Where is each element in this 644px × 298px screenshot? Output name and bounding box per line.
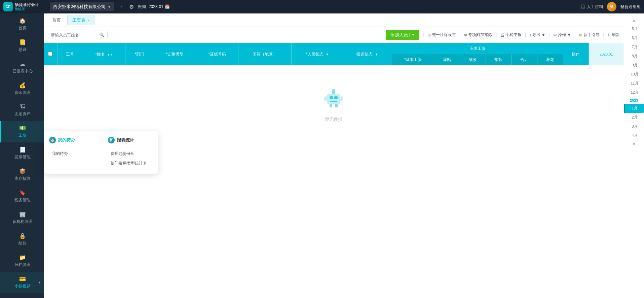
- personal-tax-button[interactable]: 🖨 个税申报: [500, 32, 522, 38]
- search-icon[interactable]: 🔍: [99, 32, 105, 37]
- ledger-icon: 📒: [19, 39, 26, 45]
- sidebar-item-fund[interactable]: 💰 资金管理: [0, 78, 44, 100]
- sidebar-item-tax[interactable]: 🔖 税务管理: [0, 186, 44, 207]
- sep6: |: [574, 32, 575, 37]
- operation-icon: ⚙: [553, 33, 557, 37]
- popup-col-report-header: 📊 报表统计: [108, 137, 153, 145]
- sidebar-item-salary[interactable]: 💵 工资: [0, 121, 44, 142]
- month-item-7[interactable]: 7月: [624, 42, 644, 52]
- month-item-5[interactable]: 5月: [624, 24, 644, 33]
- th-name: *姓名 ▲▼: [83, 43, 125, 65]
- customer-service-button[interactable]: 🎧 人工咨询: [580, 4, 603, 10]
- month-item-8[interactable]: 8月: [624, 52, 644, 61]
- popup-menu: ⏰ 我的待办 我的待办 📊 报表统计 费用趋势分析 部门费用类型统计表: [44, 131, 158, 174]
- add-company-button[interactable]: ＋: [117, 2, 125, 12]
- fund-icon: 💰: [19, 82, 26, 89]
- calendar-icon[interactable]: 📅: [165, 4, 170, 9]
- operation-button[interactable]: ⚙ 操作 ▼: [553, 32, 571, 38]
- month-item-6[interactable]: 6月: [624, 33, 644, 42]
- th-wage-group: 应发工资: [392, 43, 563, 54]
- sidebar-item-inventory[interactable]: 📦 库存核算: [0, 164, 44, 186]
- sep1: |: [423, 32, 424, 37]
- sidebar-item-ledger[interactable]: 📒 总账: [0, 35, 44, 57]
- month-item-9[interactable]: 9月: [624, 61, 644, 70]
- social-insurance-button[interactable]: ⊕ 统一社保设置: [427, 32, 456, 38]
- month-item-2[interactable]: 2月: [624, 113, 644, 122]
- logo-icon: CE: [3, 2, 13, 11]
- svg-rect-3: [330, 101, 337, 102]
- empty-robot-icon: [320, 86, 347, 112]
- report-filter-icon[interactable]: ▼: [375, 53, 378, 56]
- sidebar-item-invoice[interactable]: 🧾 发票管理: [0, 142, 44, 164]
- empty-text: 暂无数据: [325, 117, 342, 123]
- sep4: |: [525, 32, 526, 37]
- sidebar-item-basic-settings[interactable]: ⚙ 基础设置: [0, 293, 44, 298]
- sidebar-item-fixed-assets[interactable]: 🏗 固定资产: [0, 100, 44, 121]
- xiaochang-icon: 💳: [19, 276, 26, 282]
- user-name: 畅捷通组组: [620, 4, 641, 10]
- sidebar-item-xiaochang[interactable]: 💳 小畅报销: [0, 272, 44, 293]
- invoice-icon: 🧾: [19, 146, 26, 153]
- sidebar-item-multi-org[interactable]: 🏢 多机构管理: [0, 207, 44, 229]
- company-selector[interactable]: 西安虾米网络科技有限公司 ▼: [50, 2, 114, 11]
- tab-close-button[interactable]: ×: [87, 18, 89, 22]
- th-allowance: 津贴: [434, 54, 460, 65]
- settings-button[interactable]: ⚙: [128, 2, 135, 11]
- month-item-11[interactable]: 11月: [624, 79, 644, 88]
- name-sort-icon[interactable]: ▲▼: [107, 53, 113, 56]
- todo-col-icon: ⏰: [49, 137, 56, 143]
- refresh-button[interactable]: ↻ 刷新: [607, 32, 620, 38]
- special-deduction-button[interactable]: ⊕ 专项附加扣除: [464, 32, 492, 38]
- sidebar-label-inventory: 库存核算: [14, 176, 31, 181]
- popup-item-dept-expense[interactable]: 部门费用类型统计表: [108, 159, 153, 168]
- toolbar-new-guide-button[interactable]: ⊕ 新手引导: [579, 32, 600, 38]
- close-account-icon: 🔒: [19, 233, 26, 239]
- app-sub: 旗舰版: [15, 7, 39, 11]
- month-item-1[interactable]: 1月: [624, 104, 644, 113]
- headset-icon: 🎧: [580, 4, 585, 9]
- tax-icon: 🔖: [19, 190, 26, 196]
- add-employee-button[interactable]: 添加人员 ▼: [386, 30, 420, 40]
- search-input[interactable]: [51, 33, 98, 37]
- month-item-4[interactable]: 4月: [624, 131, 644, 140]
- year-2023-label: 2023: [629, 97, 639, 104]
- status-filter-icon[interactable]: ▼: [326, 53, 329, 56]
- add-dropdown-arrow[interactable]: ▼: [409, 33, 415, 37]
- archive-icon: 📁: [19, 254, 26, 261]
- month-item-12[interactable]: 12月: [624, 88, 644, 97]
- export-arrow-icon: ▼: [541, 33, 545, 37]
- sidebar-item-close-account[interactable]: 🔒 结账: [0, 229, 44, 250]
- toolbar-guide-icon: ⊕: [579, 33, 582, 37]
- month-nav-down[interactable]: ▼: [631, 140, 638, 148]
- popup-item-my-todo[interactable]: 我的待办: [49, 149, 94, 159]
- month-item-10[interactable]: 10月: [624, 70, 644, 79]
- sidebar-label-archive: 归档管理: [14, 262, 31, 268]
- sidebar-label-salary: 工资: [18, 133, 27, 138]
- export-button[interactable]: ↓ 导出 ▼: [529, 32, 545, 38]
- cloud-icon: ☁: [20, 61, 25, 67]
- select-all-checkbox[interactable]: [44, 43, 57, 65]
- th-year-indicator: 2023.01: [589, 43, 624, 65]
- sidebar-item-archive[interactable]: 📁 归档管理: [0, 250, 44, 272]
- tab-home[interactable]: 首页: [47, 15, 66, 25]
- refresh-icon: ↻: [607, 33, 611, 37]
- top-right-area: 🎧 人工咨询 畅 畅捷通组组: [580, 2, 641, 11]
- tab-salary[interactable]: 工资表 ×: [67, 15, 94, 25]
- tab-salary-label: 工资表: [72, 17, 85, 23]
- sidebar-label-tax: 税务管理: [14, 197, 31, 203]
- popup-divider: [101, 138, 101, 167]
- select-all-input[interactable]: [48, 52, 52, 56]
- month-item-3[interactable]: 3月: [624, 122, 644, 131]
- sidebar-item-cloud-report[interactable]: ☁ 云报表中心: [0, 57, 44, 78]
- popup-col-todo: ⏰ 我的待办 我的待办: [49, 137, 94, 168]
- th-nationality: 国籍（地区）: [238, 43, 291, 65]
- th-emp-no: 工号: [57, 43, 83, 65]
- month-nav-up[interactable]: ▲: [631, 16, 638, 24]
- personal-tax-icon: 🖨: [500, 33, 504, 37]
- sidebar-item-home[interactable]: 🏠 首页: [0, 13, 44, 35]
- user-avatar: 畅: [607, 2, 616, 11]
- popup-item-expense-trend[interactable]: 费用趋势分析: [108, 149, 153, 159]
- period-value: 2023-01 📅: [149, 4, 170, 9]
- chevron-down-icon: ▼: [108, 5, 111, 9]
- sidebar-label-cloud-report: 云报表中心: [12, 68, 33, 74]
